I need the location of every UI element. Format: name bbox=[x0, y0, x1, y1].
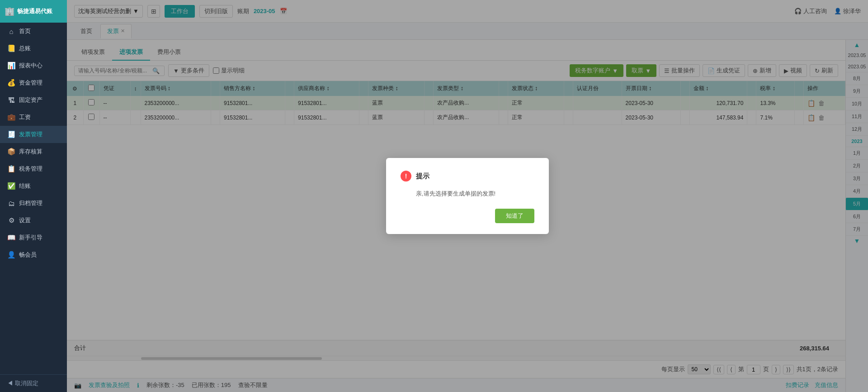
funds-icon: 💰 bbox=[7, 79, 15, 87]
sidebar-item-ledger[interactable]: 📒 总账 bbox=[0, 40, 67, 57]
sidebar-bottom[interactable]: ◀ 取消固定 bbox=[0, 374, 67, 392]
sidebar-item-reports[interactable]: 📊 报表中心 bbox=[0, 57, 67, 74]
sidebar-label-tax: 税务管理 bbox=[19, 165, 42, 173]
sidebar-label-member: 畅会员 bbox=[19, 251, 37, 259]
modal-dialog: ! 提示 亲,请先选择要生成单据的发票! 知道了 bbox=[386, 158, 549, 234]
reports-icon: 📊 bbox=[7, 62, 15, 70]
modal-confirm-button[interactable]: 知道了 bbox=[495, 209, 534, 223]
modal-body: 亲,请先选择要生成单据的发票! bbox=[416, 190, 534, 198]
modal-title: 提示 bbox=[416, 172, 429, 181]
invoice-icon: 🧾 bbox=[7, 130, 15, 139]
sidebar-item-invoice[interactable]: 🧾 发票管理 bbox=[0, 126, 67, 143]
sidebar-label-guide: 新手引导 bbox=[19, 234, 42, 242]
sidebar-label-home: 首页 bbox=[19, 27, 31, 35]
sidebar-unpin-label: ◀ 取消固定 bbox=[7, 379, 38, 387]
sidebar: 🏢 畅捷通易代账 ⌂ 首页 📒 总账 📊 报表中心 💰 资金管理 🏗 固定资产 … bbox=[0, 0, 67, 392]
modal-message: 亲,请先选择要生成单据的发票! bbox=[416, 190, 495, 197]
sidebar-label-inventory: 库存核算 bbox=[19, 148, 42, 156]
sidebar-item-inventory[interactable]: 📦 库存核算 bbox=[0, 143, 67, 160]
sidebar-item-archive[interactable]: 🗂 归档管理 bbox=[0, 195, 67, 212]
settle-icon: ✅ bbox=[7, 182, 15, 190]
sidebar-item-home[interactable]: ⌂ 首页 bbox=[0, 23, 67, 40]
modal-header: ! 提示 bbox=[401, 171, 534, 182]
sidebar-label-funds: 资金管理 bbox=[19, 79, 42, 87]
logo-text: 畅捷通易代账 bbox=[17, 7, 52, 15]
sidebar-item-assets[interactable]: 🏗 固定资产 bbox=[0, 91, 67, 109]
sidebar-item-salary[interactable]: 💼 工资 bbox=[0, 109, 67, 126]
modal-footer: 知道了 bbox=[401, 209, 534, 223]
sidebar-item-settings[interactable]: ⚙ 设置 bbox=[0, 212, 67, 229]
sidebar-label-reports: 报表中心 bbox=[19, 62, 42, 70]
logo-icon: 🏢 bbox=[5, 6, 14, 16]
sidebar-label-settings: 设置 bbox=[19, 216, 31, 225]
ledger-icon: 📒 bbox=[7, 44, 15, 53]
guide-icon: 📖 bbox=[7, 234, 15, 242]
sidebar-item-guide[interactable]: 📖 新手引导 bbox=[0, 229, 67, 246]
modal-warning-icon: ! bbox=[401, 171, 411, 182]
sidebar-logo: 🏢 畅捷通易代账 bbox=[0, 0, 67, 23]
sidebar-label-assets: 固定资产 bbox=[19, 96, 42, 104]
sidebar-label-ledger: 总账 bbox=[19, 44, 31, 53]
salary-icon: 💼 bbox=[7, 113, 15, 121]
sidebar-label-invoice: 发票管理 bbox=[19, 130, 42, 139]
inventory-icon: 📦 bbox=[7, 148, 15, 156]
modal-overlay: ! 提示 亲,请先选择要生成单据的发票! 知道了 bbox=[67, 0, 868, 392]
settings-icon: ⚙ bbox=[7, 216, 15, 225]
sidebar-item-settle[interactable]: ✅ 结账 bbox=[0, 177, 67, 195]
assets-icon: 🏗 bbox=[7, 96, 15, 104]
sidebar-item-tax[interactable]: 📋 税务管理 bbox=[0, 160, 67, 177]
sidebar-label-settle: 结账 bbox=[19, 182, 31, 190]
home-icon: ⌂ bbox=[7, 28, 15, 35]
archive-icon: 🗂 bbox=[7, 200, 15, 207]
tax-icon: 📋 bbox=[7, 165, 15, 173]
sidebar-label-salary: 工资 bbox=[19, 113, 31, 121]
sidebar-item-member[interactable]: 👤 畅会员 bbox=[0, 246, 67, 263]
sidebar-item-funds[interactable]: 💰 资金管理 bbox=[0, 74, 67, 91]
member-icon: 👤 bbox=[7, 251, 15, 259]
sidebar-label-archive: 归档管理 bbox=[19, 199, 42, 207]
main-area: 沈海英测试经营勿删 ▼ ⊞ 工作台 切到旧版 账期 2023-05 📅 🎧 人工… bbox=[67, 0, 868, 392]
